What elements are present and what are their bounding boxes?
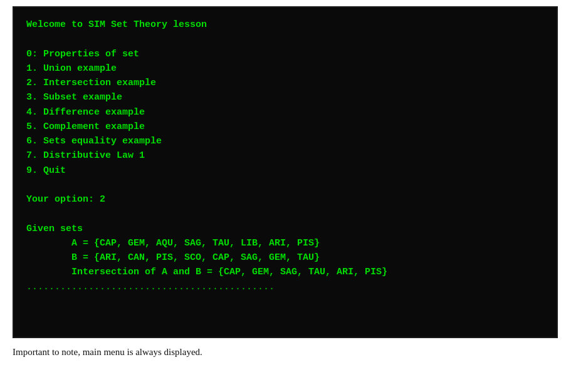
menu-label-4: Difference example [38, 107, 145, 118]
menu-number-4: 4 [26, 107, 32, 118]
menu-label-3: Subset example [38, 92, 122, 103]
menu-label-8: Quit [38, 165, 66, 176]
menu-item-6: 6. Sets equality example [26, 134, 544, 148]
menu-sep-3: . [32, 92, 38, 103]
menu-sep-6: . [32, 136, 38, 147]
set-b-line: B = {ARI, CAN, PIS, SCO, CAP, SAG, GEM, … [26, 250, 544, 265]
menu-item-5: 5. Complement example [26, 120, 544, 134]
menu-item-4: 4. Difference example [26, 105, 544, 120]
menu-item-8: 9. Quit [26, 163, 544, 178]
menu-number-3: 3 [26, 92, 32, 103]
menu-item-7: 7. Distributive Law 1 [26, 148, 544, 163]
blank-line-3 [26, 207, 544, 221]
menu-number-7: 7 [26, 150, 32, 161]
blank-line-1 [26, 32, 544, 46]
caption: Important to note, main menu is always d… [13, 344, 553, 358]
blank-line-2 [26, 178, 544, 192]
menu-item-3: 3. Subset example [26, 90, 544, 105]
prompt-line: Your option: 2 [26, 192, 544, 207]
menu-item-2: 2. Intersection example [26, 76, 544, 90]
menu-sep-2: . [32, 78, 38, 88]
menu-item-1: 1. Union example [26, 61, 544, 76]
terminal: Welcome to SIM Set Theory lesson 0: Prop… [13, 6, 558, 338]
menu-sep-5: . [32, 121, 38, 132]
menu-label-2: Intersection example [38, 78, 156, 88]
dotted-separator: ........................................… [26, 280, 544, 294]
menu-number-5: 5 [26, 121, 32, 132]
intersection-line: Intersection of A and B = {CAP, GEM, SAG… [26, 265, 544, 279]
menu-number-0: 0 [26, 49, 32, 59]
welcome-line: Welcome to SIM Set Theory lesson [26, 18, 544, 32]
menu-sep-0: : [32, 49, 38, 59]
menu-number-2: 2 [26, 78, 32, 88]
menu-sep-8: . [32, 165, 38, 176]
menu-number-8: 9 [26, 165, 32, 176]
set-a-line: A = {CAP, GEM, AQU, SAG, TAU, LIB, ARI, … [26, 236, 544, 250]
menu-sep-4: . [32, 107, 38, 118]
menu-label-5: Complement example [38, 121, 145, 132]
menu-number-6: 6 [26, 136, 32, 147]
menu-label-1: Union example [38, 63, 117, 74]
given-sets-label: Given sets [26, 222, 544, 236]
menu-sep-7: . [32, 150, 38, 161]
menu-label-7: Distributive Law 1 [38, 150, 145, 161]
menu-label-6: Sets equality example [38, 136, 162, 147]
menu-item-0: 0: Properties of set [26, 47, 544, 61]
menu-number-1: 1 [26, 63, 32, 74]
menu-label-0: Properties of set [38, 49, 139, 59]
menu-sep-1: . [32, 63, 38, 74]
